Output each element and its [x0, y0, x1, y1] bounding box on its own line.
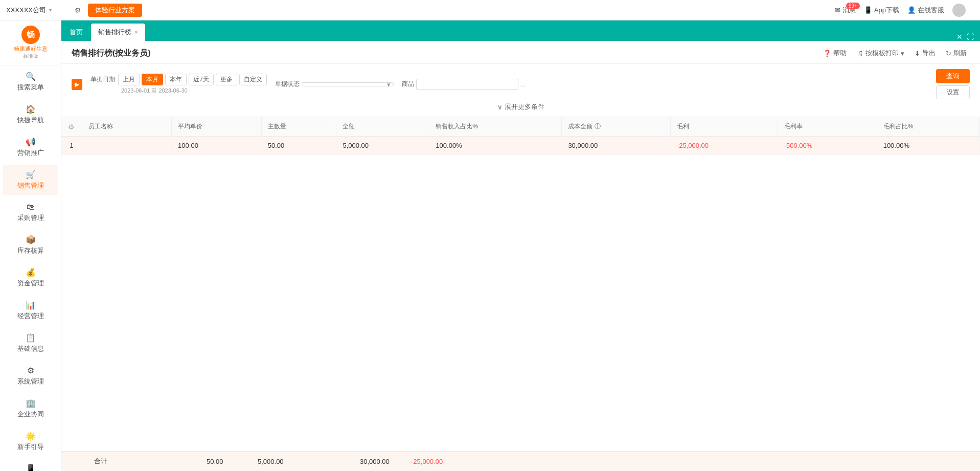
footer-cells: 合计 50.00 5,000.00 30,000.00 -25,000.00: [67, 457, 974, 466]
inventory-icon: 📦: [26, 235, 36, 244]
help-button[interactable]: ❓ 帮助: [820, 47, 850, 59]
cell-quantity: 50.00: [261, 137, 336, 155]
top-bar: XXXXXX公司 ▾ ⚙ 体验行业方案 ✉ 消息 99+ 📱 App下载 👤 在…: [0, 0, 980, 20]
app-label: App下载: [874, 6, 899, 15]
filter-area: ▶ 单据日期 上月 本月 本年 近7天 更多 自定义: [61, 64, 980, 117]
search-icon: 🔍: [26, 72, 36, 81]
print-button[interactable]: 🖨 按模板打印 ▾: [854, 47, 907, 59]
custom-date-button[interactable]: 自定义: [239, 74, 267, 85]
sidebar: 畅 畅康通好生意 标准版 🔍 搜索菜单 🏠 快捷导航 📢 营销推广 🛒 销售管理…: [0, 20, 61, 471]
sidebar-item-inventory[interactable]: 📦 库存核算: [3, 230, 58, 260]
page-title: 销售排行榜(按业务员): [72, 48, 151, 59]
sidebar-label-guide: 新手引导: [17, 442, 44, 452]
column-settings-icon[interactable]: ⚙: [68, 123, 75, 131]
sidebar-item-guide[interactable]: 🌟 新手引导: [3, 426, 58, 457]
date-range-display: 2023-06-01 至 2023-06-30: [121, 87, 188, 94]
company-selector[interactable]: XXXXXX公司 ▾: [6, 6, 67, 15]
expand-conditions-button[interactable]: ∨ 展开更多条件: [497, 102, 544, 111]
last-month-button[interactable]: 上月: [118, 74, 140, 85]
sidebar-label-basic: 基础信息: [17, 344, 44, 353]
logo-icon: 畅: [21, 26, 40, 44]
sidebar-item-operations[interactable]: 📊 经营管理: [3, 295, 58, 326]
service-label: 在线客服: [918, 6, 944, 15]
footer-label: 合计: [88, 457, 149, 466]
status-select-wrapper: [302, 82, 394, 86]
sidebar-label-shortcut: 快捷导航: [17, 116, 44, 125]
sidebar-item-apps[interactable]: 📱 应用中心: [3, 459, 58, 471]
tab-bar-right: ✕ ⛶: [950, 33, 980, 41]
sidebar-item-finance[interactable]: 💰 资金管理: [3, 262, 58, 293]
tab-home[interactable]: 首页: [61, 24, 91, 41]
sidebar-label-inventory: 库存核算: [17, 246, 44, 255]
page-content: 销售排行榜(按业务员) ❓ 帮助 🖨 按模板打印 ▾ ⬇ 导出: [61, 41, 980, 471]
purchase-icon: 🛍: [27, 203, 35, 212]
message-button[interactable]: ✉ 消息 99+: [835, 6, 856, 15]
app-download-button[interactable]: 📱 App下载: [864, 6, 899, 15]
export-icon: ⬇: [915, 50, 920, 57]
cell-employee: [82, 137, 172, 155]
try-industry-button[interactable]: 体验行业方案: [88, 4, 142, 17]
avatar[interactable]: [952, 4, 966, 17]
sidebar-item-system[interactable]: ⚙ 系统管理: [3, 361, 58, 391]
goods-input[interactable]: [416, 79, 518, 90]
date-buttons: 上月 本月 本年 近7天 更多 自定义: [118, 74, 267, 85]
settings-icon[interactable]: ⚙: [72, 4, 84, 16]
marketing-icon: 📢: [26, 137, 36, 147]
sidebar-label-system: 系统管理: [17, 377, 44, 386]
filter-toggle-button[interactable]: ▶: [72, 79, 82, 90]
col-salespct-header: 销售收入占比%: [429, 117, 562, 137]
col-quantity-header: 主数量: [261, 117, 336, 137]
maximize-button[interactable]: ⛶: [967, 33, 974, 41]
sidebar-item-enterprise[interactable]: 🏢 企业协同: [3, 393, 58, 424]
refresh-label: 刷新: [953, 49, 967, 58]
current-year-button[interactable]: 本年: [165, 74, 187, 85]
cell-profitpct: 100.00%: [877, 137, 979, 155]
cell-profit: -25,000.00: [670, 137, 778, 155]
table-header-row: ⚙ 员工名称 平均单价 主数量 全额 销售收入占比% 成本全额 ⓘ 毛利 毛利率…: [61, 117, 980, 137]
col-cost-header: 成本全额 ⓘ: [562, 117, 671, 137]
page-actions: ❓ 帮助 🖨 按模板打印 ▾ ⬇ 导出 ↻ 刷新: [820, 47, 970, 59]
settings-button[interactable]: 设置: [936, 85, 970, 99]
tab-label: 销售排行榜: [98, 28, 131, 37]
goods-filter: 商品 ...: [402, 79, 526, 90]
query-button[interactable]: 查询: [936, 69, 970, 83]
refresh-button[interactable]: ↻ 刷新: [943, 47, 970, 59]
cell-amount: 5,000.00: [336, 137, 429, 155]
more-date-button[interactable]: 更多: [216, 74, 237, 85]
close-window-button[interactable]: ✕: [956, 33, 963, 41]
sidebar-label-enterprise: 企业协同: [17, 410, 44, 419]
sidebar-item-shortcut[interactable]: 🏠 快捷导航: [3, 99, 58, 130]
goods-more-icon[interactable]: ...: [520, 81, 526, 88]
system-icon: ⚙: [27, 366, 34, 375]
current-month-button[interactable]: 本月: [142, 74, 163, 85]
sidebar-item-sales[interactable]: 🛒 销售管理: [3, 165, 58, 195]
tab-close-button[interactable]: ×: [134, 29, 138, 36]
page-header: 销售排行榜(按业务员) ❓ 帮助 🖨 按模板打印 ▾ ⬇ 导出: [61, 41, 980, 64]
status-label: 单据状态: [275, 80, 300, 88]
online-service-button[interactable]: 👤 在线客服: [907, 6, 944, 15]
filter-row: ▶ 单据日期 上月 本月 本年 近7天 更多 自定义: [72, 69, 970, 99]
export-button[interactable]: ⬇ 导出: [911, 47, 939, 59]
phone-icon: 📱: [864, 6, 872, 14]
sidebar-item-basic[interactable]: 📋 基础信息: [3, 328, 58, 358]
basic-icon: 📋: [26, 333, 36, 343]
status-filter: 单据状态: [275, 80, 394, 88]
operations-icon: 📊: [26, 300, 36, 310]
sidebar-label-finance: 资金管理: [17, 279, 44, 288]
col-margin-header: 毛利率: [778, 117, 877, 137]
table-row: 1100.0050.005,000.00100.00%30,000.00-25,…: [61, 137, 980, 155]
sidebar-item-marketing[interactable]: 📢 营销推广: [3, 132, 58, 163]
sidebar-label-marketing: 营销推广: [17, 148, 44, 158]
message-icon: ✉: [835, 6, 840, 14]
sidebar-item-purchase[interactable]: 🛍 采购管理: [3, 197, 58, 228]
tab-sales-ranking[interactable]: 销售排行榜 ×: [91, 24, 145, 41]
sales-table: ⚙ 员工名称 平均单价 主数量 全额 销售收入占比% 成本全额 ⓘ 毛利 毛利率…: [61, 117, 980, 155]
cell-margin: -500.00%: [778, 137, 877, 155]
col-employee-header: 员工名称: [82, 117, 172, 137]
sidebar-item-search[interactable]: 🔍 搜索菜单: [3, 66, 58, 97]
cell-salespct: 100.00%: [429, 137, 562, 155]
status-select[interactable]: [302, 82, 394, 86]
date-label: 单据日期: [90, 75, 115, 84]
last7days-button[interactable]: 近7天: [189, 74, 214, 85]
goods-label: 商品: [402, 80, 414, 88]
